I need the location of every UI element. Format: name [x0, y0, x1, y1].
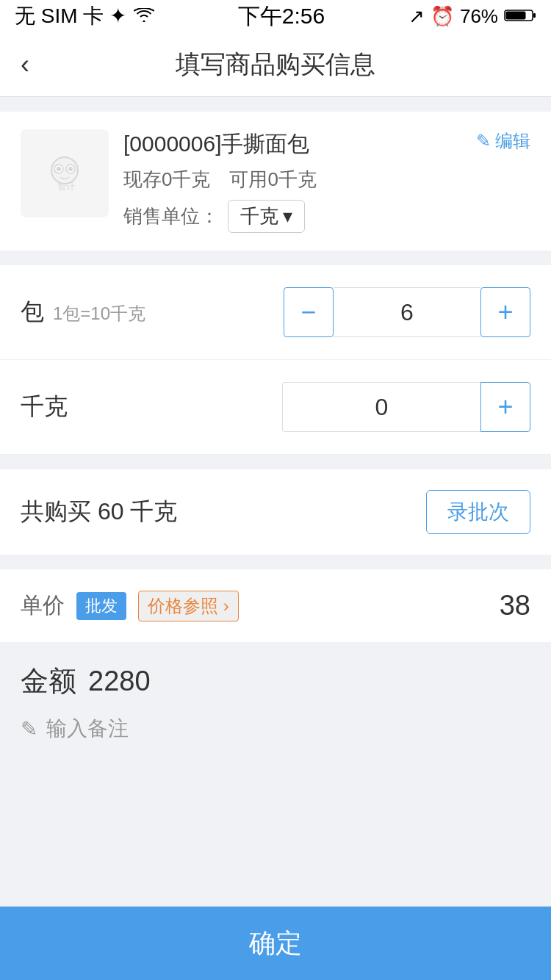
kg-plus-button[interactable]: + — [480, 382, 530, 432]
svg-text:智计: 智计 — [57, 181, 75, 192]
amount-value: 2280 — [88, 666, 151, 697]
product-full-name: [0000006]手撕面包 — [123, 129, 530, 159]
kg-row: 千克 + — [0, 360, 551, 455]
package-plus-button[interactable]: + — [480, 287, 530, 337]
package-row: 包 1包=10千克 − + — [0, 265, 551, 360]
package-control: − + — [284, 287, 530, 337]
product-info: [0000006]手撕面包 现存0千克 可用0千克 销售单位： 千克 ▾ ✎ 编… — [123, 129, 530, 233]
summary-amount: 60 — [91, 498, 130, 525]
svg-point-6 — [57, 167, 61, 171]
svg-rect-1 — [506, 11, 526, 19]
kg-label-text: 千克 — [21, 391, 68, 423]
status-left: 无 SIM 卡 ✦ — [15, 2, 154, 30]
status-time: 下午2:56 — [238, 1, 325, 32]
note-row[interactable]: ✎ 输入备注 — [21, 715, 530, 743]
product-unit: 销售单位： 千克 ▾ — [123, 200, 530, 233]
sim-text: 无 SIM 卡 ✦ — [15, 2, 126, 30]
nav-bar: ‹ 填写商品购买信息 — [0, 32, 551, 97]
price-label: 单价 — [21, 591, 65, 621]
price-value: 38 — [500, 590, 530, 621]
product-card: 智计 [0000006]手撕面包 现存0千克 可用0千克 销售单位： 千克 ▾ … — [0, 112, 551, 251]
unit-label: 销售单位： — [123, 203, 219, 229]
svg-point-7 — [68, 167, 73, 171]
quantity-section: 包 1包=10千克 − + 千克 + — [0, 265, 551, 455]
chevron-down-icon: ▾ — [283, 205, 292, 228]
edit-icon: ✎ — [476, 131, 491, 151]
battery-text: 76% — [460, 5, 498, 28]
package-hint: 1包=10千克 — [53, 302, 145, 325]
back-button[interactable]: ‹ — [21, 49, 29, 80]
summary-unit: 千克 — [130, 498, 177, 525]
product-stock: 现存0千克 可用0千克 — [123, 167, 530, 192]
package-input[interactable] — [334, 287, 480, 337]
alarm-icon: ⏰ — [431, 5, 454, 28]
note-icon: ✎ — [21, 717, 37, 741]
battery-icon — [504, 5, 536, 28]
kg-input[interactable] — [282, 382, 480, 432]
amount-label: 金额 — [21, 663, 76, 700]
summary-text: 共购买 60 千克 — [21, 496, 177, 528]
product-image: 智计 — [21, 129, 109, 217]
price-tag: 批发 — [76, 592, 126, 620]
edit-button[interactable]: ✎ 编辑 — [476, 129, 530, 153]
price-row: 单价 批发 价格参照 › 38 — [21, 590, 530, 621]
kg-label: 千克 — [21, 391, 68, 423]
price-section: 单价 批发 价格参照 › 38 — [0, 569, 551, 642]
confirm-button[interactable]: 确定 — [0, 907, 551, 980]
unit-select[interactable]: 千克 ▾ — [228, 200, 305, 233]
stock-text: 现存0千克 — [123, 168, 210, 190]
page-title: 填写商品购买信息 — [176, 48, 375, 82]
note-placeholder: 输入备注 — [46, 715, 129, 743]
status-bar: 无 SIM 卡 ✦ 下午2:56 ↗ ⏰ 76% — [0, 0, 551, 32]
batch-button[interactable]: 录批次 — [426, 490, 530, 534]
kg-control: + — [282, 382, 530, 432]
amount-row: 金额 2280 — [21, 663, 530, 700]
package-label-text: 包 — [21, 296, 44, 328]
location-icon: ↗ — [408, 5, 425, 28]
edit-label: 编辑 — [495, 129, 530, 153]
summary-prefix: 共购买 — [21, 498, 91, 525]
package-minus-button[interactable]: − — [284, 287, 334, 337]
status-right: ↗ ⏰ 76% — [408, 5, 536, 28]
wifi-icon — [134, 4, 154, 28]
package-label: 包 1包=10千克 — [21, 296, 145, 328]
amount-section: 金额 2280 ✎ 输入备注 — [0, 642, 551, 763]
unit-value: 千克 — [240, 203, 278, 229]
summary-row: 共购买 60 千克 录批次 — [0, 469, 551, 555]
available-text: 可用0千克 — [210, 168, 316, 190]
price-ref-button[interactable]: 价格参照 › — [138, 591, 239, 621]
svg-rect-2 — [533, 13, 536, 18]
